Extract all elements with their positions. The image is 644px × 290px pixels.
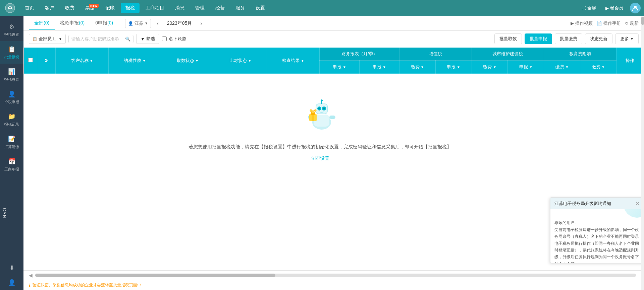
nav-settings[interactable]: 设置 bbox=[251, 3, 270, 13]
col-client-name: 客户名称 ▼ bbox=[56, 48, 108, 74]
nav-customer[interactable]: 客户 bbox=[40, 3, 59, 13]
toolbar-right-actions: 批量取数 批量申报 批量缴费 状态更新 更多 ▼ bbox=[494, 33, 639, 44]
scroll-track[interactable] bbox=[35, 274, 636, 277]
sidebar-item-tax-settings[interactable]: ⚙ 报税设置 bbox=[0, 19, 23, 41]
tab-tax-filing-label: 税款申报 bbox=[60, 20, 79, 25]
col-city-construction: 城市维护建设税 bbox=[472, 48, 544, 61]
operation-video-link[interactable]: ▶ 操作视频 bbox=[571, 20, 593, 26]
notification-body-text: 尊敬的用户: 受当前电子税务局进一步升级的影响，同一个政务网账号（办税人）名下的… bbox=[554, 220, 639, 263]
data-table: ⚙ 客户名称 ▼ 纳税性质 ▼ 取数状态 ▼ 比对状态 ▼ 检查结果 ▼ 财务报… bbox=[23, 47, 644, 182]
search-input[interactable] bbox=[71, 37, 125, 42]
nav-manage[interactable]: 管理 bbox=[191, 3, 209, 13]
batch-pay-button[interactable]: 批量缴费 bbox=[555, 33, 582, 44]
tab-zero-filing[interactable]: 0申报(0) bbox=[90, 17, 118, 30]
sidebar-item-settlement[interactable]: 📝 汇算清缴 bbox=[0, 131, 23, 153]
sidebar-item-tax-records[interactable]: 📁 报税记录 bbox=[0, 108, 23, 131]
sidebar-bottom: ⬇ 👤 bbox=[0, 261, 23, 290]
filter-icon: ▼ bbox=[141, 37, 145, 42]
col-check-result: 检查结果 ▼ bbox=[267, 48, 319, 74]
scroll-left-arrow[interactable]: ◀ bbox=[29, 273, 33, 278]
status-update-button[interactable]: 状态更新 bbox=[585, 33, 612, 44]
toolbar: 📋 全部员工 ▼ 🔍 ▼ 筛选 名下账套 批量取数 批量申报 批量缴费 状态更新 bbox=[23, 31, 644, 47]
refresh-icon: ↻ bbox=[625, 21, 629, 26]
sidebar-item-batch-tax-label: 批量报税 bbox=[4, 55, 19, 60]
name-account-checkbox[interactable] bbox=[162, 37, 167, 41]
notification-header: 江苏电子税务局升级影响通知 ✕ bbox=[550, 198, 644, 209]
more-button[interactable]: 更多 ▼ bbox=[615, 33, 639, 44]
warning-icon: ℹ bbox=[29, 283, 31, 288]
tax-summary-icon: 📊 bbox=[8, 68, 16, 76]
sidebar-item-tax-summary-label: 报税总览 bbox=[4, 77, 19, 82]
more-chevron-icon: ▼ bbox=[630, 37, 634, 41]
empty-state: 若您想使用批量报税功能，请先在【报税设置】中进行报税的初始化设置，完成密码验证和… bbox=[24, 74, 616, 182]
horizontal-scrollbar: ◀ bbox=[23, 270, 644, 280]
notification-close-button[interactable]: ✕ bbox=[635, 200, 640, 207]
top-nav-right: ⛶ 全屏 ▶ 畅会员 bbox=[579, 3, 641, 13]
employee-select[interactable]: 📋 全部员工 ▼ bbox=[29, 34, 66, 44]
date-navigation: ‹ 2023年05月 › bbox=[154, 19, 205, 27]
fullscreen-button[interactable]: ⛶ 全屏 bbox=[579, 4, 599, 12]
sidebar-item-tax-summary[interactable]: 📊 报税总览 bbox=[0, 64, 23, 86]
manual-icon: 📄 bbox=[597, 21, 602, 26]
refresh-button[interactable]: ↻ 刷新 bbox=[625, 20, 639, 26]
sidebar-item-user[interactable]: 👤 bbox=[0, 275, 23, 290]
sidebar-item-personal-tax[interactable]: 👤 个税申报 bbox=[0, 86, 23, 108]
tab-all[interactable]: 全部(0) bbox=[29, 17, 55, 30]
nav-home[interactable]: 首页 bbox=[20, 3, 39, 13]
sidebar-item-settlement-label: 汇算清缴 bbox=[4, 144, 19, 149]
nav-operate[interactable]: 经营 bbox=[211, 3, 229, 13]
sidebar-item-annual-report-label: 工商年报 bbox=[4, 167, 19, 172]
search-wrap[interactable]: 🔍 bbox=[68, 35, 133, 43]
page-scrollbar[interactable] bbox=[641, 16, 644, 290]
nav-tax[interactable]: 报税 bbox=[121, 3, 140, 13]
tab-tax-filing[interactable]: 税款申报(0) bbox=[55, 17, 90, 30]
cani-badge[interactable]: CANI bbox=[0, 205, 9, 223]
batch-file-button[interactable]: 批量申报 bbox=[525, 33, 552, 44]
nav-invoice[interactable]: 票据 NEW bbox=[80, 3, 99, 13]
prev-month-button[interactable]: ‹ bbox=[154, 19, 162, 27]
select-all-checkbox[interactable] bbox=[28, 58, 33, 62]
refresh-label: 刷新 bbox=[630, 20, 639, 26]
col-vat-file: 缴费 ▼ bbox=[399, 61, 436, 74]
tab-all-label: 全部 bbox=[34, 20, 44, 25]
user-avatar[interactable] bbox=[630, 3, 641, 13]
nav-service[interactable]: 服务 bbox=[231, 3, 250, 13]
nav-accounting[interactable]: 记账 bbox=[101, 3, 119, 13]
app-logo[interactable] bbox=[3, 1, 17, 15]
tab-zero-filing-count: (0) bbox=[107, 20, 113, 25]
batch-fetch-button[interactable]: 批量取数 bbox=[494, 33, 522, 44]
sidebar: ⚙ 报税设置 📋 批量报税 📊 报税总览 👤 个税申报 📁 报税记录 📝 汇算清… bbox=[0, 16, 23, 290]
new-badge: NEW bbox=[89, 4, 99, 8]
manual-label: 操作手册 bbox=[603, 20, 621, 26]
video-label: 操作视频 bbox=[575, 20, 593, 26]
col-vat: 增值税 bbox=[399, 48, 472, 61]
next-month-button[interactable]: › bbox=[197, 19, 205, 27]
sidebar-item-tax-records-label: 报税记录 bbox=[4, 122, 19, 127]
col-fr-pay: 申报 ▼ bbox=[360, 61, 399, 74]
fullscreen-icon: ⛶ bbox=[582, 6, 586, 11]
filter-button[interactable]: ▼ 筛选 bbox=[136, 34, 159, 44]
name-account-check[interactable]: 名下账套 bbox=[162, 36, 186, 42]
sidebar-item-download[interactable]: ⬇ bbox=[0, 261, 23, 275]
personal-tax-icon: 👤 bbox=[8, 90, 16, 98]
nav-fee[interactable]: 收费 bbox=[60, 3, 79, 13]
member-button[interactable]: ▶ 畅会员 bbox=[603, 4, 626, 12]
operation-manual-link[interactable]: 📄 操作手册 bbox=[597, 20, 621, 26]
page-scroll-thumb[interactable] bbox=[641, 17, 644, 25]
setup-link[interactable]: 立即设置 bbox=[311, 155, 329, 161]
scroll-thumb[interactable] bbox=[35, 274, 275, 277]
tab-tax-filing-count: (0) bbox=[79, 20, 85, 25]
nav-business[interactable]: 工商项目 bbox=[141, 3, 169, 13]
svg-point-20 bbox=[310, 110, 312, 112]
nav-message[interactable]: 消息 bbox=[170, 3, 189, 13]
col-tax-nature: 纳税性质 ▼ bbox=[108, 48, 161, 74]
robot-illustration bbox=[300, 94, 340, 134]
warning-bar: ℹ 验证账密、采集信息均成功的企业才会流转至批量报税页面中 bbox=[23, 280, 644, 290]
search-icon[interactable]: 🔍 bbox=[125, 37, 130, 42]
sidebar-item-annual-report[interactable]: 📅 工商年报 bbox=[0, 153, 23, 176]
sidebar-item-batch-tax[interactable]: 📋 批量报税 bbox=[0, 41, 23, 64]
fullscreen-label: 全屏 bbox=[587, 5, 596, 11]
region-selector[interactable]: 👤 江苏 ▼ bbox=[125, 19, 151, 28]
col-edu-file: 缴费 ▼ bbox=[544, 61, 580, 74]
notification-popup: 江苏电子税务局升级影响通知 ✕ 尊敬的用户: 受当前电子税务局进一步升级的影响，… bbox=[550, 197, 644, 263]
